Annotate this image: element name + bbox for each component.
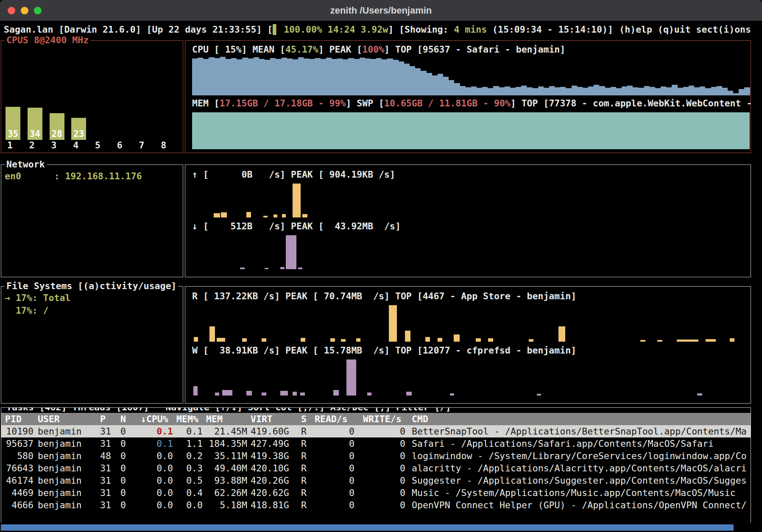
cell-read: 0 [315,474,363,487]
cell-n: 0 [120,425,141,437]
network-panel: Network en0 : 192.168.11.176 [1,164,183,277]
cell-read: 0 [315,462,363,474]
mem-history-chart [192,111,750,149]
cell-mem_pct: 1.1 [176,437,206,450]
battery-icon: ▋ [273,24,278,35]
fs-total-line[interactable]: → 17%: Total [5,292,179,304]
minimize-button[interactable] [21,7,28,14]
cell-s: R [301,450,315,462]
cpu-core-bars: 35342823 [5,45,180,140]
table-row[interactable]: 76643benjamin3100.00.349.40M420.10GR00al… [1,462,751,474]
cpu-peak-value: 100% [362,44,384,55]
table-row[interactable]: 95637benjamin3100.11.1184.35M427.49GR00S… [1,437,751,450]
cell-s: R [301,462,315,474]
cell-p: 31 [100,474,120,487]
cell-virt: 420.26G [251,474,301,487]
cpu-current: CPU [ 15%] MEAN [ [192,44,285,55]
cell-n: 0 [120,474,141,487]
column-header-write[interactable]: WRITE/s [363,413,412,425]
column-header-cpu[interactable]: ↓CPU% [141,413,176,425]
network-down-line: ↓ [ 512B /s] PEAK [ 43.92MB /s] [192,220,750,233]
network-interface-line: en0 : 192.168.11.176 [5,170,179,183]
cpu-history-chart [192,57,750,95]
column-header-n[interactable]: N [120,413,141,425]
column-header-user[interactable]: USER [38,413,100,425]
core-bar-slot [158,45,180,140]
cell-write: 0 [363,437,412,450]
column-header-s[interactable]: S [301,413,315,425]
cell-s: R [301,425,315,437]
column-header-cmd[interactable]: CMD [412,413,751,425]
column-header-virt[interactable]: VIRT [251,413,301,425]
table-row[interactable]: 580benjamin4800.00.235.11M419.38GR00logi… [1,450,751,462]
cpu-mean-value: 45.17% [285,44,318,55]
showing-range: (15:09:34 - 15:14:10)] [487,24,613,35]
table-row[interactable]: 4469benjamin3100.00.462.26M420.62GR00Mus… [1,487,751,499]
cell-mem: 62.26M [206,487,251,499]
cell-user: benjamin [38,487,100,499]
cell-n: 0 [120,437,141,450]
cell-write: 0 [363,425,412,437]
column-header-p[interactable]: P [100,413,120,425]
os-version: [Darwin 21.6.0] [53,24,141,35]
cpu-cores-panel: CPUS 8@2400 MHz 35342823 12345678 [1,40,183,153]
window-title: zenith /Users/benjamin [0,5,762,16]
cell-n: 0 [120,462,141,474]
cell-pid: 4666 [5,499,38,511]
cell-cmd: Music - /System/Applications/Music.app/C… [412,487,751,499]
column-header-mem_pct[interactable]: MEM% [176,413,206,425]
tasks-panel: Tasks [482] Threads [1807] Navigate [↑/↓… [1,407,751,523]
cell-virt: 420.10G [251,462,301,474]
cell-pid: 76643 [5,462,38,474]
cell-user: benjamin [38,450,100,462]
disk-history-panel: R [ 137.22KB /s] PEAK [ 70.74MB /s] TOP … [185,286,751,404]
tasks-panel-title: Tasks [482] Threads [1807] Navigate [↑/↓… [5,407,452,413]
disk-write-line: W [ 38.91KB /s] PEAK [ 15.78MB /s] TOP [… [192,344,750,357]
cell-mem_pct: 0.3 [176,462,206,474]
column-header-pid[interactable]: PID [5,413,38,425]
filesystems-panel: File Systems [(a)ctivity/usage] → 17%: T… [1,286,183,404]
core-bar-slot [92,45,114,140]
cell-cpu: 0.0 [141,450,176,462]
section-indicator-bar [1,524,734,531]
cell-user: benjamin [38,474,100,487]
column-header-mem[interactable]: MEM [206,413,251,425]
network-up-chart [192,182,750,217]
cell-cpu: 0.0 [141,487,176,499]
column-header-read[interactable]: READ/s [315,413,363,425]
disk-read-chart [192,304,750,342]
cell-mem: 35.11M [206,450,251,462]
cell-p: 31 [100,437,120,450]
fs-root-line[interactable]: 17%: / [5,304,179,317]
help-shortcuts: (h)elp (q)uit sect(i)ons [619,24,751,35]
cell-pid: 10190 [5,425,38,437]
cell-cpu: 0.1 [141,437,176,450]
cell-cmd: Suggester - /Applications/Suggester.app/… [412,474,751,487]
disk-read-line: R [ 137.22KB /s] PEAK [ 70.74MB /s] TOP … [192,290,750,303]
cell-virt: 418.81G [251,499,301,511]
core-bar-slot: 28 [49,45,71,140]
cell-cpu: 0.1 [141,425,176,437]
hostname: Sagan.lan [4,24,53,35]
cell-mem_pct: 0.1 [176,425,206,437]
table-row[interactable]: 10190benjamin3100.10.121.45M419.60GR00Be… [1,425,751,437]
cell-s: R [301,499,315,511]
cell-s: R [301,487,315,499]
terminal-window: zenith /Users/benjamin Sagan.lan [Darwin… [0,0,762,532]
cell-s: R [301,437,315,450]
close-button[interactable] [8,7,15,14]
table-row[interactable]: 46174benjamin3100.00.593.88M420.26GR00Su… [1,474,751,487]
cpu-core-axis: 12345678 [5,140,180,152]
cell-virt: 427.49G [251,437,301,450]
network-history-panel: ↑ [ 0B /s] PEAK [ 904.19KB /s] ↓ [ 512B … [185,164,751,277]
cell-mem_pct: 0.0 [176,499,206,511]
cell-virt: 419.38G [251,450,301,462]
showing-duration: 4 mins [454,24,487,35]
table-row[interactable]: 4666benjamin3100.00.05.18M418.81GR00Open… [1,499,751,511]
cell-cmd: loginwindow - /System/Library/CoreServic… [412,450,751,462]
cell-read: 0 [315,425,363,437]
cell-virt: 419.60G [251,425,301,437]
cell-n: 0 [120,499,141,511]
cell-pid: 95637 [5,437,38,450]
zoom-button[interactable] [34,7,42,14]
